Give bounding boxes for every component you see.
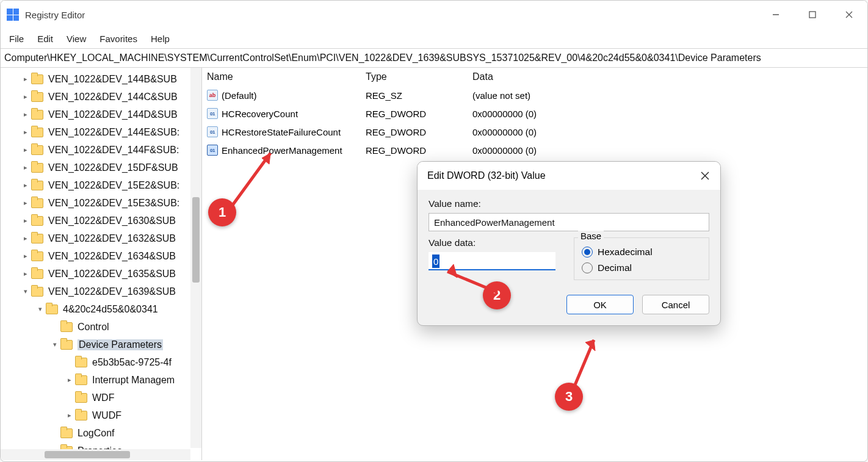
chevron-right-icon[interactable]: ▸ xyxy=(20,199,31,207)
value-data: 0x00000000 (0) xyxy=(472,109,867,119)
cancel-button[interactable]: Cancel xyxy=(642,295,709,314)
value-name: HCRecoveryCount xyxy=(222,109,298,119)
tree-item[interactable]: ▸WUDF xyxy=(1,406,201,424)
chevron-right-icon[interactable]: ▸ xyxy=(64,376,75,384)
string-value-icon xyxy=(207,90,218,101)
titlebar: Registry Editor xyxy=(1,1,867,29)
maximize-button[interactable] xyxy=(794,1,831,29)
chevron-down-icon[interactable]: ▾ xyxy=(49,341,60,348)
tree-item-label: VEN_1022&DEV_144C&SUB xyxy=(48,92,178,103)
chevron-right-icon[interactable]: ▸ xyxy=(20,146,31,154)
value-name-label: Value name: xyxy=(429,198,709,209)
tree-item[interactable]: ▸VEN_1022&DEV_1632&SUB xyxy=(1,229,201,247)
dword-value-icon xyxy=(207,126,218,137)
tree-horizontal-thumb[interactable] xyxy=(45,451,130,458)
chevron-right-icon[interactable]: ▸ xyxy=(20,164,31,171)
folder-icon xyxy=(31,128,43,137)
address-bar[interactable]: Computer\HKEY_LOCAL_MACHINE\SYSTEM\Curre… xyxy=(1,48,867,68)
tree-item[interactable]: ▸VEN_1022&DEV_144F&SUB: xyxy=(1,141,201,159)
radio-dec-icon xyxy=(582,262,593,273)
folder-icon xyxy=(60,340,73,350)
chevron-right-icon[interactable]: ▸ xyxy=(20,234,31,242)
menu-view[interactable]: View xyxy=(67,34,86,44)
ok-button[interactable]: OK xyxy=(566,295,634,314)
tree-horizontal-scrollbar[interactable] xyxy=(1,449,190,460)
tree-item[interactable]: ▾VEN_1022&DEV_1639&SUB xyxy=(1,283,201,300)
tree-item[interactable]: ▾4&20c24d55&0&0341 xyxy=(1,300,201,318)
tree-item[interactable]: ▸VEN_1022&DEV_15E3&SUB: xyxy=(1,194,201,212)
tree-item-label: LogConf xyxy=(78,428,115,439)
registry-editor-window: Registry Editor File Edit View Favorites… xyxy=(0,0,868,462)
chevron-right-icon[interactable]: ▸ xyxy=(20,128,31,136)
close-button[interactable] xyxy=(831,1,867,29)
tree-item[interactable]: ▸VEN_1022&DEV_144D&SUB xyxy=(1,106,201,123)
tree-item[interactable]: ▸VEN_1022&DEV_144E&SUB: xyxy=(1,123,201,141)
tree-item-label: VEN_1022&DEV_144E&SUB: xyxy=(48,127,179,138)
list-row[interactable]: (Default)REG_SZ(value not set) xyxy=(207,86,867,104)
tree-item[interactable]: ▸e5b3b5ac-9725-4f xyxy=(1,353,201,371)
list-row[interactable]: HCRestoreStateFailureCountREG_DWORD0x000… xyxy=(207,123,867,141)
chevron-right-icon[interactable]: ▸ xyxy=(20,110,31,118)
chevron-right-icon[interactable]: ▸ xyxy=(20,93,31,101)
annotation-badge-1: 1 xyxy=(208,198,236,226)
tree-item-label: Device Parameters xyxy=(78,339,163,350)
minimize-button[interactable] xyxy=(758,1,794,29)
chevron-down-icon[interactable]: ▾ xyxy=(35,305,46,313)
value-data: 0x00000000 (0) xyxy=(472,127,867,137)
folder-icon xyxy=(75,375,87,385)
value-data: 0x00000000 (0) xyxy=(472,145,867,156)
header-type[interactable]: Type xyxy=(366,69,472,85)
tree-item-label: VEN_1022&DEV_144B&SUB xyxy=(48,74,177,85)
values-list[interactable]: (Default)REG_SZ(value not set)HCRecovery… xyxy=(202,86,867,159)
tree-item-label: VEN_1022&DEV_144D&SUB xyxy=(48,109,178,120)
value-name-field[interactable] xyxy=(429,213,709,231)
tree-item[interactable]: ▸VEN_1022&DEV_15DF&SUB xyxy=(1,159,201,176)
tree-item-label: VEN_1022&DEV_1632&SUB xyxy=(48,233,176,244)
list-row[interactable]: HCRecoveryCountREG_DWORD0x00000000 (0) xyxy=(207,104,867,123)
annotation-badge-2: 2 xyxy=(483,281,511,309)
annotation-badge-3: 3 xyxy=(555,383,583,411)
tree-vertical-scrollbar[interactable] xyxy=(190,68,201,448)
value-data-label: Value data: xyxy=(429,237,555,248)
folder-icon xyxy=(46,305,58,314)
tree-item-label: VEN_1022&DEV_1639&SUB xyxy=(48,286,176,297)
tree-item[interactable]: ▸VEN_1022&DEV_144B&SUB xyxy=(1,70,201,88)
tree-item[interactable]: ▸LogConf xyxy=(1,424,201,442)
value-data-field[interactable] xyxy=(429,252,555,270)
dialog-close-icon[interactable] xyxy=(700,170,711,181)
tree-item[interactable]: ▸VEN_1022&DEV_1630&SUB xyxy=(1,212,201,229)
chevron-down-icon[interactable]: ▾ xyxy=(20,287,31,295)
tree-vertical-thumb[interactable] xyxy=(192,197,200,283)
radio-decimal[interactable]: Decimal xyxy=(582,262,701,273)
tree-item[interactable]: ▸Interrupt Managem xyxy=(1,371,201,389)
menu-favorites[interactable]: Favorites xyxy=(99,34,137,44)
chevron-right-icon[interactable]: ▸ xyxy=(20,75,31,83)
tree-item-label: VEN_1022&DEV_144F&SUB: xyxy=(48,145,179,156)
chevron-right-icon[interactable]: ▸ xyxy=(20,217,31,225)
radio-hexadecimal[interactable]: Hexadecimal xyxy=(582,247,701,258)
menu-file[interactable]: File xyxy=(9,34,24,44)
dialog-titlebar[interactable]: Edit DWORD (32-bit) Value xyxy=(418,162,720,190)
chevron-right-icon[interactable]: ▸ xyxy=(20,270,31,278)
menu-edit[interactable]: Edit xyxy=(37,34,53,44)
tree-item[interactable]: ▸VEN_1022&DEV_144C&SUB xyxy=(1,88,201,106)
header-data[interactable]: Data xyxy=(472,69,867,85)
chevron-right-icon[interactable]: ▸ xyxy=(20,252,31,260)
tree-item[interactable]: ▸Control xyxy=(1,318,201,336)
tree-item[interactable]: ▸VEN_1022&DEV_1635&SUB xyxy=(1,265,201,283)
tree-item[interactable]: ▾Device Parameters xyxy=(1,336,201,353)
value-type: REG_DWORD xyxy=(366,145,472,156)
tree-item[interactable]: ▸VEN_1022&DEV_15E2&SUB: xyxy=(1,176,201,194)
header-name[interactable]: Name xyxy=(207,69,366,85)
chevron-right-icon[interactable]: ▸ xyxy=(64,411,75,419)
menu-help[interactable]: Help xyxy=(151,34,170,44)
tree-item-label: VEN_1022&DEV_15E2&SUB: xyxy=(48,180,179,191)
folder-icon xyxy=(31,181,43,190)
chevron-right-icon[interactable]: ▸ xyxy=(20,181,31,189)
value-name: (Default) xyxy=(222,90,257,101)
tree-item[interactable]: ▸VEN_1022&DEV_1634&SUB xyxy=(1,247,201,265)
registry-tree[interactable]: ▸VEN_1022&DEV_144B&SUB▸VEN_1022&DEV_144C… xyxy=(1,69,201,460)
list-row[interactable]: EnhancedPowerManagementREG_DWORD0x000000… xyxy=(207,141,867,159)
value-data: (value not set) xyxy=(472,90,867,101)
tree-item[interactable]: ▸WDF xyxy=(1,389,201,406)
